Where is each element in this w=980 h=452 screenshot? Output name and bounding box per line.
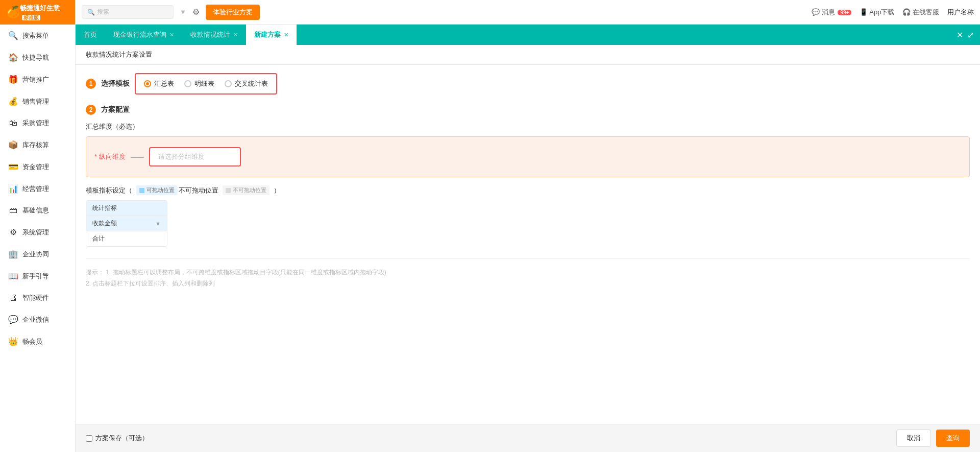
tab-home[interactable]: 首页 — [76, 25, 105, 45]
tips-section: 提示： 1. 拖动标题栏可以调整布局，不可跨维度或指标区域拖动目字段(只能在同一… — [86, 258, 970, 289]
sales-icon: 💰 — [8, 97, 18, 106]
step1-title: 选择模板 — [101, 79, 130, 88]
sidebar-item-finance[interactable]: 💳 资金管理 — [0, 156, 75, 178]
online-service-item[interactable]: 🎧 在线客服 — [902, 8, 939, 17]
query-button[interactable]: 查询 — [936, 430, 970, 447]
sidebar-item-label: 销售管理 — [22, 97, 49, 106]
dimension-row: * 纵向维度 —— 请选择分组维度 — [94, 147, 961, 166]
content-area: 收款情况统计方案设置 1 选择模板 汇总表 明细表 — [76, 45, 980, 452]
message-item[interactable]: 💬 消息 99+ — [812, 8, 851, 17]
sidebar-item-label: 企业协同 — [22, 250, 49, 259]
sidebar-item-label: 新手引导 — [22, 272, 49, 281]
cancel-button[interactable]: 取消 — [896, 430, 931, 447]
enterprise-icon: 🏢 — [8, 249, 18, 259]
radio-cross[interactable]: 交叉统计表 — [225, 79, 268, 88]
system-icon: ⚙ — [8, 227, 18, 237]
dimension-arrow: —— — [131, 153, 144, 161]
sidebar-item-enterprise[interactable]: 🏢 企业协同 — [0, 243, 75, 265]
sidebar-item-label: 搜索菜单 — [22, 31, 49, 40]
sidebar-item-label: 畅会员 — [22, 337, 42, 346]
smart-hw-icon: 🖨 — [8, 293, 18, 302]
radio-circle-summary — [144, 80, 151, 87]
sidebar-item-search-menu[interactable]: 🔍 搜索菜单 — [0, 25, 75, 46]
step2-badge: 2 — [86, 105, 96, 115]
step1-section: 1 选择模板 汇总表 明细表 交叉统计表 — [86, 73, 970, 94]
tabs-actions: ✕ ⤢ — [957, 30, 980, 40]
radio-detail[interactable]: 明细表 — [184, 79, 214, 88]
sidebar-item-basic-info[interactable]: 🗃 基础信息 — [0, 200, 75, 221]
footer-actions: 取消 查询 — [896, 430, 970, 447]
dimension-area: * 纵向维度 —— 请选择分组维度 — [86, 136, 970, 177]
dimension-selector[interactable]: 请选择分组维度 — [149, 147, 241, 166]
metrics-table-row-total: 合计 — [86, 231, 167, 246]
sidebar-item-marketing[interactable]: 🎁 营销推广 — [0, 68, 75, 90]
industry-btn[interactable]: 体验行业方案 — [206, 5, 260, 20]
content-header: 收款情况统计方案设置 — [76, 45, 980, 65]
save-checkbox[interactable]: 方案保存（可选） — [86, 434, 149, 443]
message-badge: 99+ — [838, 10, 851, 15]
sidebar-item-member[interactable]: 👑 畅会员 — [0, 330, 75, 352]
step2-header: 2 方案配置 — [86, 105, 970, 115]
sidebar-item-label: 营销推广 — [22, 75, 49, 84]
quick-nav-icon: 🏠 — [8, 53, 18, 62]
topbar-arrow: ▼ — [180, 8, 186, 16]
tab-collection-stats[interactable]: 收款情况统计 ✕ — [182, 25, 246, 45]
step2-section: 2 方案配置 汇总维度（必选） * 纵向维度 —— 请选择分组维度 — [86, 105, 970, 289]
plan-config: 汇总维度（必选） * 纵向维度 —— 请选择分组维度 模板指标设定（ — [86, 122, 970, 248]
tab-close-new-plan[interactable]: ✕ — [284, 32, 288, 38]
search-menu-icon: 🔍 — [8, 31, 18, 40]
search-box[interactable]: 🔍 搜索 — [82, 5, 174, 19]
guide-icon: 📖 — [8, 271, 18, 281]
sidebar-item-guide[interactable]: 📖 新手引导 — [0, 265, 75, 287]
radio-circle-detail — [184, 80, 191, 87]
sidebar-item-wechat[interactable]: 💬 企业微信 — [0, 308, 75, 330]
non-draggable-tag: 不可拖动位置 — [223, 185, 270, 195]
chevron-down-icon: ▼ — [155, 221, 161, 227]
close-window-icon[interactable]: ✕ — [957, 30, 963, 40]
tab-close-bank-flow[interactable]: ✕ — [169, 32, 174, 38]
metrics-setting-label: 模板指标设定（ 可拖动位置 不可拖动位置 不可拖动位置 ） — [86, 185, 970, 195]
inventory-icon: 📦 — [8, 140, 18, 150]
sidebar-item-label: 系统管理 — [22, 228, 49, 237]
sidebar: 🍊 畅捷通好生意 标准版 🔍 搜索菜单 🏠 快捷导航 🎁 营销推广 💰 销售管理… — [0, 0, 76, 452]
sidebar-item-smart-hw[interactable]: 🖨 智能硬件 — [0, 287, 75, 308]
sidebar-item-inventory[interactable]: 📦 库存核算 — [0, 134, 75, 156]
content-body: 1 选择模板 汇总表 明细表 交叉统计表 — [76, 65, 980, 424]
username[interactable]: 用户名称 — [947, 8, 974, 17]
sidebar-item-sales[interactable]: 💰 销售管理 — [0, 90, 75, 112]
sidebar-item-label: 基础信息 — [22, 206, 49, 215]
basic-info-icon: 🗃 — [8, 206, 18, 215]
sidebar-item-system[interactable]: ⚙ 系统管理 — [0, 221, 75, 243]
wechat-icon: 💬 — [8, 315, 18, 324]
main-area: 🔍 搜索 ▼ ⚙ 体验行业方案 💬 消息 99+ 📱 App下载 🎧 在线客服 … — [76, 0, 980, 452]
radio-circle-cross — [225, 80, 232, 87]
dimension-label: 汇总维度（必选） — [86, 122, 970, 131]
operations-icon: 📊 — [8, 184, 18, 194]
sidebar-logo: 🍊 畅捷通好生意 标准版 — [0, 0, 75, 25]
app-download-item[interactable]: 📱 App下载 — [860, 8, 894, 17]
tab-new-plan[interactable]: 新建方案 ✕ — [246, 25, 297, 45]
purchase-icon: 🛍 — [8, 118, 18, 128]
tip-1: 提示： 1. 拖动标题栏可以调整布局，不可跨维度或指标区域拖动目字段(只能在同一… — [86, 267, 970, 278]
step2-title: 方案配置 — [101, 105, 130, 114]
topbar: 🔍 搜索 ▼ ⚙ 体验行业方案 💬 消息 99+ 📱 App下载 🎧 在线客服 … — [76, 0, 980, 25]
gear-icon[interactable]: ⚙ — [192, 7, 200, 17]
metrics-column-header[interactable]: 收款金额 ▼ — [86, 216, 167, 231]
search-placeholder: 搜索 — [97, 8, 109, 16]
row-dimension-label: * 纵向维度 — [94, 152, 126, 161]
maximize-icon[interactable]: ⤢ — [967, 30, 974, 40]
sidebar-item-quick-nav[interactable]: 🏠 快捷导航 — [0, 46, 75, 68]
radio-summary[interactable]: 汇总表 — [144, 79, 174, 88]
sidebar-item-label: 智能硬件 — [22, 293, 49, 302]
sidebar-item-purchase[interactable]: 🛍 采购管理 — [0, 112, 75, 134]
sidebar-item-operations[interactable]: 📊 经营管理 — [0, 178, 75, 200]
step1-badge: 1 — [86, 79, 96, 89]
save-checkbox-input[interactable] — [86, 435, 92, 442]
logo-text: 畅捷通好生意 — [20, 4, 60, 13]
logo-icon: 🍊 — [6, 6, 20, 19]
draggable-tag: 可拖动位置 — [136, 185, 178, 195]
tab-close-collection-stats[interactable]: ✕ — [233, 32, 238, 38]
tab-bank-flow[interactable]: 现金银行流水查询 ✕ — [105, 25, 182, 45]
topbar-right: 💬 消息 99+ 📱 App下载 🎧 在线客服 用户名称 — [812, 8, 974, 17]
search-icon: 🔍 — [87, 9, 95, 16]
